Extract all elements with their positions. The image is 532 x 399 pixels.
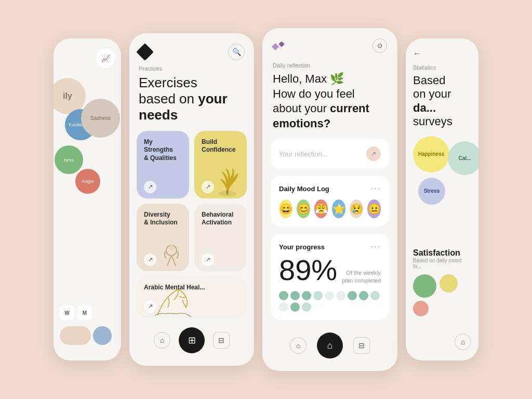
arrow-confidence: ↗ <box>202 181 214 193</box>
progress-more[interactable]: ··· <box>371 242 381 251</box>
back-button[interactable]: ← <box>413 49 471 58</box>
exercise-title-behavioral: BehavioralActivation <box>202 211 240 227</box>
bottom-bubble-pink <box>413 301 429 316</box>
progress-dots <box>279 291 381 312</box>
bottom-bubbles <box>413 274 471 316</box>
arrow-behavioral: ↗ <box>202 254 214 266</box>
phone-screen-1: 📈 ily Excitement Sadness ness Anger W M <box>54 38 121 361</box>
bottom-nav-2: ⌂ ⊞ ⊟ <box>129 320 254 361</box>
prog-dot-3 <box>302 291 311 300</box>
prog-dot-9 <box>370 291 380 300</box>
progress-note: Of the weekly plan completed <box>342 269 381 285</box>
exercise-card-behavioral[interactable]: BehavioralActivation ↗ <box>194 204 247 271</box>
arrow-arabic: ↗ <box>144 300 156 313</box>
prog-dot-6 <box>336 291 345 300</box>
emotion-bubbles: ily Excitement Sadness ness Anger <box>60 78 115 286</box>
bubble-happiness: ness <box>55 145 83 174</box>
prog-dot-1 <box>279 291 288 300</box>
emoji-happy[interactable]: 😄 <box>279 200 292 218</box>
diamond-logo-3 <box>273 42 284 49</box>
app-logo <box>136 43 154 61</box>
diversity-illustration <box>156 240 187 271</box>
chart-icon-btn[interactable]: 📈 <box>96 49 115 68</box>
prog-dot-5 <box>325 291 334 300</box>
bubble-anger: Anger <box>75 169 100 194</box>
exercise-card-strengths[interactable]: My Strengths& Qualities ↗ <box>137 131 189 198</box>
reflection-header: ⊙ <box>262 28 397 58</box>
exercise-title-confidence: Build Confidence <box>202 138 240 154</box>
settings-btn[interactable]: ⊙ <box>373 38 387 53</box>
prog-dot-7 <box>348 291 357 300</box>
bottom-bubble-green <box>413 274 436 298</box>
progress-note-line1: Of the weekly <box>346 270 381 276</box>
bottom-nav-3: ⌂ ⌂ ⊟ <box>262 327 397 364</box>
initials-row: W M <box>60 305 115 320</box>
progress-title: Your progress <box>279 243 325 251</box>
reflection-placeholder: Your reflection... <box>279 150 327 158</box>
exercise-title-arabic: Arabic Mental Heal... <box>144 284 240 292</box>
dot-beige <box>60 326 91 345</box>
prog-dot-11 <box>290 302 300 312</box>
phone-screen-exercises: 🔍 Practices Exercisesbased on yourneeds … <box>129 33 254 366</box>
mood-log-more[interactable]: ··· <box>371 184 381 193</box>
greeting-text: Hello, Max 🌿 How do you feel about your … <box>273 72 387 131</box>
prog-dot-8 <box>359 291 368 300</box>
stats-nav-btn[interactable]: ⊟ <box>213 332 230 349</box>
home-nav-btn[interactable]: ⌂ <box>154 332 170 349</box>
bubble-sadness: Sadness <box>81 99 120 138</box>
grid-nav-3[interactable]: ⊟ <box>353 337 370 354</box>
greeting-section: Daily reflection Hello, Max 🌿 How do you… <box>262 58 397 139</box>
svg-point-3 <box>169 245 174 250</box>
emoji-angry[interactable]: 😤 <box>314 200 328 218</box>
arrow-diversity: ↗ <box>144 254 156 266</box>
daily-reflection-label: Daily reflection <box>273 62 387 69</box>
prog-dot-12 <box>302 302 311 312</box>
mood-log-title: Daily Mood Log <box>279 185 329 193</box>
emoji-star[interactable]: ⭐ <box>332 200 345 218</box>
initial-m: M <box>77 305 92 320</box>
prog-dot-10 <box>279 302 288 312</box>
exercise-card-arabic-row: Arabic Mental Heal... ↗ <box>129 271 254 318</box>
statistics-label: Statistics <box>413 64 471 71</box>
progress-header: Your progress ··· <box>279 242 381 251</box>
satisfaction-title: Satisfaction <box>413 248 471 258</box>
initial-w: W <box>60 305 74 320</box>
home-nav-3[interactable]: ⌂ <box>290 337 307 354</box>
emoji-neutral[interactable]: 😐 <box>367 200 381 218</box>
bubble-stress: Stress <box>418 178 445 205</box>
exercise-card-diversity[interactable]: Diversity& Inclusion ↗ <box>137 204 189 271</box>
exercise-title-diversity: Diversity& Inclusion <box>144 211 182 227</box>
stats-bubbles: Happiness Cal... Stress <box>413 136 471 240</box>
exercise-grid: My Strengths& Qualities ↗ Build Confiden… <box>129 131 254 271</box>
home-nav-4[interactable]: ⌂ <box>455 334 471 350</box>
emoji-sad[interactable]: 😢 <box>350 200 363 218</box>
plant-illustration <box>208 159 247 198</box>
progress-note-line2: plan completed <box>342 277 381 284</box>
dot-blue <box>93 326 112 345</box>
satisfaction-section: Satisfaction Based on daily mood lo... <box>413 248 471 269</box>
exercise-title-strengths: My Strengths& Qualities <box>144 138 182 163</box>
arrow-strengths: ↗ <box>144 181 156 193</box>
exercise-card-confidence[interactable]: Build Confidence ↗ <box>194 131 247 198</box>
home-nav-active-3[interactable]: ⌂ <box>317 332 343 358</box>
prog-dot-4 <box>313 291 323 300</box>
exercises-heading: Exercisesbased on yourneeds <box>139 75 245 124</box>
prog-dot-2 <box>290 291 300 300</box>
send-button[interactable]: ↗ <box>366 147 381 161</box>
emoji-smile[interactable]: 😊 <box>297 200 310 218</box>
statistics-title: Basedon your da...surveys <box>413 74 471 129</box>
search-button[interactable]: 🔍 <box>228 44 245 60</box>
mood-emojis-row: 😄 😊 😤 ⭐ 😢 😐 <box>279 200 381 218</box>
bottom-bar: W M <box>60 305 115 345</box>
reflection-input[interactable]: Your reflection... ↗ <box>271 139 389 168</box>
grid-nav-active-btn[interactable]: ⊞ <box>179 327 205 353</box>
phone-screen-reflection: ⊙ Daily reflection Hello, Max 🌿 How do y… <box>262 28 397 371</box>
exercises-header: 🔍 <box>129 33 254 65</box>
statistics-content: ← Statistics Basedon your da...surveys H… <box>406 38 478 361</box>
exercise-card-arabic[interactable]: Arabic Mental Heal... ↗ <box>137 276 247 318</box>
progress-main: 89% Of the weekly plan completed <box>279 256 381 285</box>
phone-screen-statistics: ← Statistics Basedon your da...surveys H… <box>406 38 478 361</box>
bottom-bubble-yellow <box>440 274 458 292</box>
dots-row <box>60 326 115 345</box>
progress-section: Your progress ··· 89% Of the weekly plan… <box>271 234 389 320</box>
